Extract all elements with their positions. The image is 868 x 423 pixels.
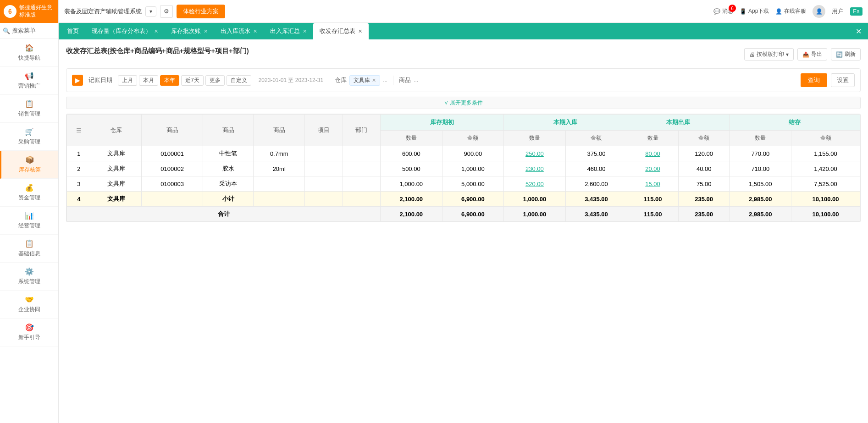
operation-icon: 📊 [25, 211, 34, 220]
code-cell: 0100003 [141, 176, 203, 192]
code-cell [141, 192, 203, 207]
app-download-action[interactable]: 📱 App下载 [740, 7, 769, 15]
tabbar: 首页 现存量（库存分布表） ✕ 库存批次账 ✕ 出入库流水 ✕ 出入库汇总 ✕ … [59, 23, 868, 39]
sidebar-item-system[interactable]: ⚙️ 系统管理 [0, 263, 58, 291]
in-qty-cell[interactable]: 230.00 [504, 161, 566, 176]
export-button[interactable]: 📤 导出 [797, 48, 827, 60]
table-header-row-1: ☰ 仓库 商品 商品 商品 项目 部门 库存期初 本期入库 本期出库 结存 [67, 115, 860, 131]
tab-receipt-summary[interactable]: 收发存汇总表 ✕ [313, 23, 369, 39]
col-project-header: 项目 [305, 115, 343, 146]
in-qty-cell[interactable]: 520.00 [504, 176, 566, 192]
tab-summary[interactable]: 出入库汇总 ✕ [264, 23, 313, 39]
sidebar-item-basic[interactable]: 📋 基础信息 [0, 235, 58, 263]
open-qty-cell: 2,100.00 [381, 192, 442, 207]
warehouse-cell: 文具库 [91, 192, 141, 207]
footer-open-qty: 2,100.00 [381, 207, 442, 222]
sidebar-item-purchase[interactable]: 🛒 采购管理 [0, 123, 58, 151]
online-service-action[interactable]: 👤 在线客服 [775, 7, 806, 15]
col-warehouse-header: 仓库 [91, 115, 141, 146]
in-qty-cell[interactable]: 1,000.00 [504, 192, 566, 207]
tab-close-flow[interactable]: ✕ [253, 28, 257, 34]
home-icon: 🏠 [25, 44, 34, 52]
tab-stock-dist[interactable]: 现存量（库存分布表） ✕ [85, 23, 165, 39]
sidebar-item-guide[interactable]: 🎯 新手引导 [0, 319, 58, 346]
message-action[interactable]: 💬 消息 6 [713, 7, 733, 15]
sidebar-item-enterprise[interactable]: 🤝 企业协同 [0, 291, 58, 319]
filter-divider-2 [393, 76, 393, 85]
col-out-amt-header: 金额 [678, 131, 730, 146]
chevron-down-icon-expand: ∨ [444, 99, 450, 106]
sidebar-item-sales[interactable]: 📋 销售管理 [0, 95, 58, 123]
tab-batch[interactable]: 库存批次账 ✕ [165, 23, 214, 39]
warehouse-more[interactable]: ... [383, 77, 387, 83]
spec-cell: 20ml [254, 161, 305, 176]
system-dropdown[interactable]: ▾ [145, 6, 156, 16]
bal-amt-cell: 1,420.00 [791, 161, 860, 176]
out-qty-cell[interactable]: 20.00 [627, 161, 679, 176]
open-amt-cell: 6,900.00 [442, 192, 504, 207]
chevron-down-icon: ▾ [786, 51, 789, 58]
expand-conditions-button[interactable]: ∨ 展开更多条件 [66, 97, 861, 109]
date-btn-more[interactable]: 更多 [205, 75, 225, 86]
table-settings-icon[interactable]: ☰ [76, 127, 82, 134]
open-qty-cell: 500.00 [381, 161, 442, 176]
table-body: 1文具库0100001中性笔0.7mm600.00900.00250.00375… [67, 146, 860, 207]
tab-close-receipt-summary[interactable]: ✕ [358, 28, 362, 34]
sidebar-item-inventory[interactable]: 📦 库存核算 [0, 151, 58, 179]
tab-close-summary[interactable]: ✕ [303, 28, 307, 34]
refresh-button[interactable]: 🔄 刷新 [831, 48, 861, 60]
out-qty-cell[interactable]: 80.00 [627, 146, 679, 161]
settings-gear-button[interactable]: ⚙ [160, 5, 173, 18]
table-row: 4文具库小计2,100.006,900.001,000.003,435.0011… [67, 192, 860, 207]
trial-button[interactable]: 体验行业方案 [177, 5, 225, 18]
warehouse-label: 仓库 [335, 76, 347, 84]
dept-cell [343, 192, 381, 207]
footer-bal-amt: 10,100.00 [791, 207, 860, 222]
sidebar-item-operation[interactable]: 📊 经营管理 [0, 207, 58, 235]
guide-icon: 🎯 [25, 323, 34, 332]
code-cell: 0100001 [141, 146, 203, 161]
tabbar-close-all[interactable]: ✕ [851, 27, 866, 36]
query-button[interactable]: 查询 [801, 73, 827, 87]
table-footer: 合计 2,100.00 6,900.00 1,000.00 3,435.00 1… [67, 207, 860, 222]
marketing-icon: 📢 [25, 71, 34, 80]
out-qty-cell[interactable]: 115.00 [627, 192, 679, 207]
footer-bal-qty: 2,985.00 [730, 207, 791, 222]
bal-amt-cell: 10,100.00 [791, 192, 860, 207]
date-btn-this-year[interactable]: 本年 [160, 75, 179, 86]
warehouse-tag[interactable]: 文具库 ✕ [349, 75, 380, 86]
out-qty-cell[interactable]: 15.00 [627, 176, 679, 192]
bal-qty-cell: 1,505.00 [730, 176, 791, 192]
sidebar-item-search[interactable]: 🔍 搜索菜单 [0, 23, 58, 39]
tab-close-batch[interactable]: ✕ [204, 28, 208, 34]
username[interactable]: 用户 [832, 7, 844, 16]
tab-flow[interactable]: 出入库流水 ✕ [214, 23, 264, 39]
sidebar-item-marketing[interactable]: 📢 营销推广 [0, 67, 58, 95]
print-button[interactable]: 🖨 按模版打印 ▾ [744, 48, 794, 60]
sidebar-item-quick-nav[interactable]: 🏠 快捷导航 [0, 39, 58, 67]
date-btn-this-month[interactable]: 本月 [139, 75, 158, 86]
date-btn-custom[interactable]: 自定义 [227, 75, 251, 86]
goods-more[interactable]: ... [414, 77, 418, 83]
tab-close-stock-dist[interactable]: ✕ [154, 28, 158, 34]
sidebar-item-finance[interactable]: 💰 资金管理 [0, 179, 58, 207]
date-btn-last-month[interactable]: 上月 [118, 75, 137, 86]
warehouse-cell: 文具库 [91, 146, 141, 161]
tab-home[interactable]: 首页 [61, 23, 85, 39]
col-in-header: 本期入库 [504, 115, 627, 131]
col-out-qty-header: 数量 [627, 131, 679, 146]
filter-settings-button[interactable]: 设置 [831, 73, 855, 87]
filter-toggle-button[interactable]: ▶ [72, 75, 83, 86]
out-amt-cell: 40.00 [678, 161, 730, 176]
in-amt-cell: 3,435.00 [565, 192, 627, 207]
warehouse-tag-close[interactable]: ✕ [372, 77, 376, 83]
col-settings-header[interactable]: ☰ [67, 115, 91, 146]
service-icon: 👤 [775, 8, 782, 15]
message-icon: 💬 [713, 8, 720, 15]
spec-cell: 0.7mm [254, 146, 305, 161]
warehouse-filter: 仓库 文具库 ✕ ... [335, 75, 387, 86]
date-btn-7days[interactable]: 近7天 [181, 75, 204, 86]
seq-cell: 3 [67, 176, 91, 192]
in-qty-cell[interactable]: 250.00 [504, 146, 566, 161]
footer-row: 合计 2,100.00 6,900.00 1,000.00 3,435.00 1… [67, 207, 860, 222]
